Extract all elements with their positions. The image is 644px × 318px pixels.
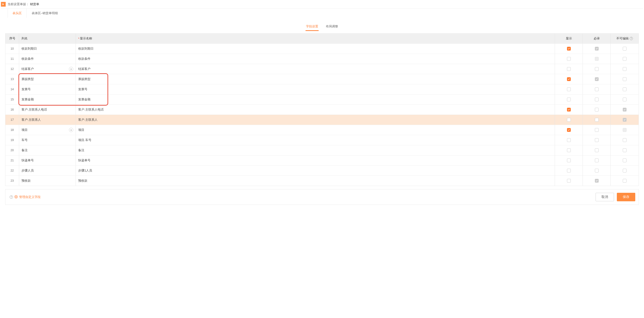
show-checkbox[interactable] — [567, 169, 571, 172]
cell-display[interactable]: 快递单号 — [76, 156, 555, 166]
cell-show — [555, 94, 583, 104]
cell-display[interactable]: 发票号 — [76, 84, 555, 94]
show-checkbox[interactable] — [567, 57, 571, 61]
cell-readonly — [611, 156, 638, 166]
help-icon[interactable]: ? — [630, 37, 633, 40]
readonly-checkbox[interactable] — [623, 138, 626, 142]
cell-display[interactable]: 收款条件 — [76, 54, 555, 64]
cell-name: 客户.主联系人 — [19, 115, 76, 125]
cell-seq: 21 — [6, 156, 19, 166]
cell-display[interactable]: 客户.主联系人电话 — [76, 105, 555, 114]
table-header: 序号 列名 * 显示名称 显示 必录 不可编辑 ? — [6, 34, 638, 44]
readonly-checkbox[interactable] — [623, 88, 626, 91]
required-checkbox[interactable] — [595, 67, 599, 71]
manage-custom-fields-link[interactable]: 管理自定义字段 — [19, 195, 41, 199]
required-checkbox[interactable] — [595, 118, 599, 122]
cell-name: 收款到期日 — [19, 44, 76, 54]
add-child-button[interactable] — [69, 128, 73, 132]
cell-required — [583, 105, 611, 114]
show-checkbox[interactable] — [567, 77, 571, 81]
show-checkbox[interactable] — [567, 88, 571, 91]
required-checkbox[interactable] — [595, 138, 599, 142]
footer-help-icon[interactable]: ? — [10, 196, 13, 199]
readonly-checkbox[interactable] — [623, 179, 626, 183]
cell-readonly — [611, 64, 638, 74]
cell-readonly — [611, 84, 638, 94]
table-row: 10收款到期日收款到期日 — [6, 44, 638, 54]
add-child-button[interactable] — [69, 67, 73, 71]
show-checkbox[interactable] — [567, 67, 571, 71]
cell-required — [583, 166, 611, 176]
readonly-checkbox[interactable] — [623, 67, 626, 71]
cell-display[interactable]: 发票金额 — [76, 94, 555, 104]
expand-panel-button[interactable] — [1, 2, 6, 6]
table-row: 20备注备注 — [6, 145, 638, 155]
cell-readonly — [611, 135, 638, 145]
cell-display[interactable]: 备注 — [76, 145, 555, 155]
cell-name: 票据类型 — [19, 74, 76, 84]
cell-show — [555, 64, 583, 74]
required-checkbox[interactable] — [595, 98, 599, 101]
cell-readonly — [611, 105, 638, 114]
table-row: 18项目项目 — [6, 125, 638, 135]
readonly-checkbox[interactable] — [623, 77, 626, 81]
readonly-checkbox[interactable] — [623, 148, 626, 152]
show-checkbox[interactable] — [567, 108, 571, 112]
cell-seq: 12 — [6, 64, 19, 74]
readonly-checkbox[interactable] — [623, 47, 626, 50]
cell-display[interactable]: 结算客户 — [76, 64, 555, 74]
readonly-checkbox[interactable] — [623, 57, 626, 61]
required-checkbox[interactable] — [595, 158, 599, 162]
cell-required — [583, 64, 611, 74]
table-row: 19车号项目.车号 — [6, 135, 638, 145]
readonly-checkbox[interactable] — [623, 98, 626, 101]
cell-show — [555, 105, 583, 114]
th-readonly: 不可编辑 ? — [611, 34, 638, 44]
cell-required — [583, 176, 611, 186]
required-checkbox[interactable] — [595, 169, 599, 172]
save-button[interactable]: 保存 — [617, 193, 635, 201]
show-checkbox[interactable] — [567, 158, 571, 162]
cell-display[interactable]: 项目.车号 — [76, 135, 555, 145]
show-checkbox[interactable] — [567, 148, 571, 152]
cell-display[interactable]: 预收款 — [76, 176, 555, 186]
cell-display[interactable]: 票据类型 — [76, 74, 555, 84]
required-checkbox[interactable] — [595, 128, 599, 132]
show-checkbox[interactable] — [567, 179, 571, 183]
readonly-checkbox[interactable] — [623, 169, 626, 172]
field-table: 序号 列名 * 显示名称 显示 必录 不可编辑 ? 10收款到期日收款到期日11… — [5, 33, 639, 186]
th-name: 列名 — [19, 34, 76, 44]
area-tab-1[interactable]: 表体区–销货单明细 — [27, 8, 63, 18]
current-doc-value: 销货单 — [30, 2, 39, 6]
show-checkbox[interactable] — [567, 138, 571, 142]
show-checkbox[interactable] — [567, 118, 571, 122]
cell-display[interactable]: 步骤1人员 — [76, 166, 555, 176]
gear-icon — [14, 195, 18, 199]
sub-tab-1[interactable]: 布局调整 — [325, 22, 338, 30]
cell-required — [583, 54, 611, 64]
table-row: 13票据类型票据类型 — [6, 74, 638, 84]
sub-tab-0[interactable]: 字段设置 — [306, 22, 319, 30]
area-tab-0[interactable]: 表头区 — [8, 8, 27, 18]
show-checkbox[interactable] — [567, 128, 571, 132]
cancel-button[interactable]: 取消 — [596, 193, 614, 201]
cell-readonly — [611, 94, 638, 104]
cell-display[interactable]: 收款到期日 — [76, 44, 555, 54]
cell-show — [555, 44, 583, 54]
cell-seq: 20 — [6, 145, 19, 155]
required-checkbox[interactable] — [595, 88, 599, 91]
cell-display[interactable]: 客户.主联系人 — [76, 115, 555, 125]
cell-readonly — [611, 115, 638, 125]
table-row: 21快递单号快递单号 — [6, 155, 638, 166]
cell-required — [583, 74, 611, 84]
readonly-checkbox[interactable] — [623, 158, 626, 162]
cell-display[interactable]: 项目 — [76, 125, 555, 135]
required-checkbox — [595, 179, 599, 183]
required-checkbox[interactable] — [595, 148, 599, 152]
table-row: 11收款条件收款条件 — [6, 54, 638, 64]
required-checkbox[interactable] — [595, 108, 599, 112]
show-checkbox[interactable] — [567, 98, 571, 101]
cell-required — [583, 145, 611, 155]
show-checkbox[interactable] — [567, 47, 571, 50]
cell-show — [555, 156, 583, 166]
